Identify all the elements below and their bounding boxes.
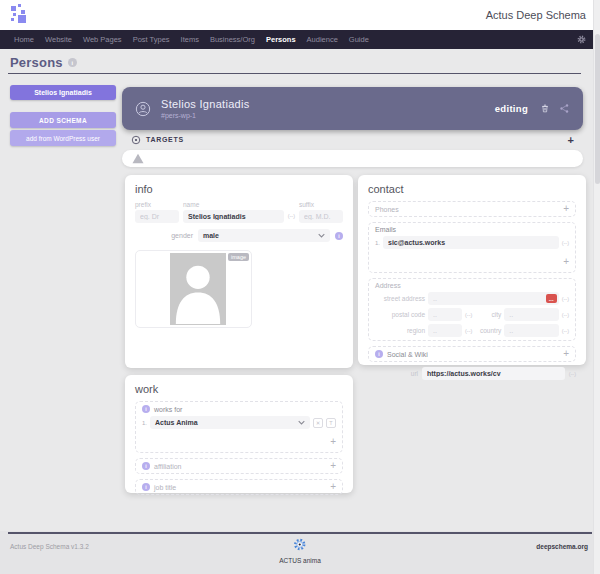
person-image-picker[interactable]: image xyxy=(135,250,252,328)
phones-label: Phones xyxy=(375,206,399,213)
app-title: Actus Deep Schema xyxy=(486,9,586,21)
nav-item-persons[interactable]: Persons xyxy=(266,35,296,44)
emails-label: Emails xyxy=(375,226,569,233)
works-for-label: works for xyxy=(154,406,182,413)
share-icon xyxy=(559,103,570,114)
page-title: Persons xyxy=(10,55,63,70)
address-label: Address xyxy=(375,282,569,289)
region-field[interactable] xyxy=(428,324,462,337)
nav-item-web-pages[interactable]: Web Pages xyxy=(83,35,122,44)
nav-item-website[interactable]: Website xyxy=(45,35,72,44)
add-affiliation-button[interactable]: + xyxy=(330,462,336,470)
social-wiki-group: i Social & Wiki + xyxy=(368,346,576,362)
add-social-button[interactable]: + xyxy=(563,350,569,358)
works-for-select[interactable]: Actus Anima xyxy=(150,416,310,429)
gender-select[interactable]: male xyxy=(198,229,330,242)
street-clear-button[interactable]: (--) xyxy=(562,296,569,302)
person-id: #pers-wp-1 xyxy=(161,112,250,119)
page-title-row: Persons i xyxy=(10,55,77,70)
street-address-field[interactable] xyxy=(428,292,559,305)
address-group: Address street address ... (--) postal c… xyxy=(368,278,576,341)
footer-brand: ACTUS anima xyxy=(279,557,321,564)
contact-card-title: contact xyxy=(368,183,576,195)
add-works-for-button[interactable]: + xyxy=(330,438,336,446)
works-for-text-mode-icon[interactable]: T xyxy=(326,418,336,428)
page-info-icon[interactable]: i xyxy=(68,58,77,67)
nav-item-post-types[interactable]: Post Types xyxy=(133,35,170,44)
footer-site-link[interactable]: deepschema.org xyxy=(536,543,588,550)
person-meta: Stelios Ignatiadis #pers-wp-1 xyxy=(161,98,250,119)
job-title-info-icon[interactable]: i xyxy=(142,483,150,491)
nav-item-items[interactable]: Items xyxy=(181,35,199,44)
add-from-wordpress-user-button[interactable]: add from WordPress user xyxy=(10,130,116,146)
footer: Actus Deep Schema v1.3.2 ACTUS anima dee… xyxy=(0,531,600,574)
postal-clear-button[interactable]: (--) xyxy=(465,312,472,318)
city-clear-button[interactable]: (--) xyxy=(562,312,569,318)
works-for-value: Actus Anima xyxy=(155,419,198,426)
title-divider xyxy=(8,73,581,74)
add-phone-button[interactable]: + xyxy=(563,205,569,213)
chevron-down-icon xyxy=(298,420,305,425)
social-info-icon[interactable]: i xyxy=(375,350,383,358)
suffix-field[interactable] xyxy=(299,210,343,223)
person-circle-icon xyxy=(135,101,151,117)
url-clear-button[interactable]: (--) xyxy=(569,371,576,377)
email-field[interactable] xyxy=(383,236,559,249)
gender-label: gender xyxy=(135,232,193,239)
name-clear-button[interactable]: (--) xyxy=(288,213,295,219)
delete-person-button[interactable] xyxy=(540,103,550,114)
actus-anima-logo-icon xyxy=(293,538,306,551)
add-job-title-button[interactable]: + xyxy=(330,483,336,491)
footer-divider xyxy=(8,532,592,534)
gender-info-icon[interactable]: i xyxy=(335,232,343,240)
share-person-button[interactable] xyxy=(559,103,570,114)
works-for-group: i works for 1. Actus Anima ✕ T + xyxy=(135,401,343,453)
postal-code-label: postal code xyxy=(375,311,425,318)
prefix-field[interactable] xyxy=(135,210,179,223)
affiliation-label: affiliation xyxy=(154,463,182,470)
email-clear-button[interactable]: (--) xyxy=(562,240,569,246)
works-for-remove-icon[interactable]: ✕ xyxy=(313,418,323,428)
image-badge: image xyxy=(228,253,249,261)
target-icon xyxy=(131,135,141,145)
postal-code-field[interactable] xyxy=(428,308,462,321)
info-card: info prefix name (--) suffix gender male xyxy=(125,175,353,368)
country-label: country xyxy=(475,327,501,334)
phones-group: Phones + xyxy=(368,201,576,217)
nav-item-home[interactable]: Home xyxy=(14,35,34,44)
scrollbar-thumb[interactable] xyxy=(595,34,600,184)
targets-section-header: TARGETS + xyxy=(122,132,583,147)
email-index: 1. xyxy=(375,240,380,246)
footer-version: Actus Deep Schema v1.3.2 xyxy=(10,543,89,550)
region-clear-button[interactable]: (--) xyxy=(465,328,472,334)
country-field[interactable] xyxy=(504,324,558,337)
nav-item-audience[interactable]: Audience xyxy=(307,35,338,44)
add-target-button[interactable]: + xyxy=(568,135,574,145)
url-row: url (--) xyxy=(368,367,576,380)
settings-gear-icon[interactable] xyxy=(577,35,586,44)
name-field[interactable] xyxy=(183,210,284,223)
works-for-info-icon[interactable]: i xyxy=(142,405,150,413)
person-name: Stelios Ignatiadis xyxy=(161,98,250,110)
street-address-label: street address xyxy=(375,295,425,302)
warning-triangle-icon xyxy=(132,153,144,164)
work-card-title: work xyxy=(135,383,343,395)
country-clear-button[interactable]: (--) xyxy=(562,328,569,334)
sidebar-item-person[interactable]: Stelios Ignatiadis xyxy=(10,85,116,100)
chevron-down-icon xyxy=(318,233,325,238)
targets-warning-bar xyxy=(122,150,583,167)
nav-item-guide[interactable]: Guide xyxy=(349,35,369,44)
main-navbar: Home Website Web Pages Post Types Items … xyxy=(0,30,600,49)
street-address-alert-badge[interactable]: ... xyxy=(546,294,557,303)
prefix-label: prefix xyxy=(135,201,179,208)
url-field[interactable] xyxy=(422,367,565,380)
nav-item-business-org[interactable]: Business/Org xyxy=(210,35,255,44)
affiliation-info-icon[interactable]: i xyxy=(142,462,150,470)
footer-brand-block: ACTUS anima xyxy=(279,537,321,564)
suffix-label: suffix xyxy=(299,201,343,208)
add-schema-button[interactable]: ADD SCHEMA xyxy=(10,112,116,128)
scrollbar-track[interactable] xyxy=(593,0,600,574)
city-field[interactable] xyxy=(504,308,558,321)
avatar-placeholder-icon xyxy=(170,253,226,325)
add-email-button[interactable]: + xyxy=(563,258,569,266)
